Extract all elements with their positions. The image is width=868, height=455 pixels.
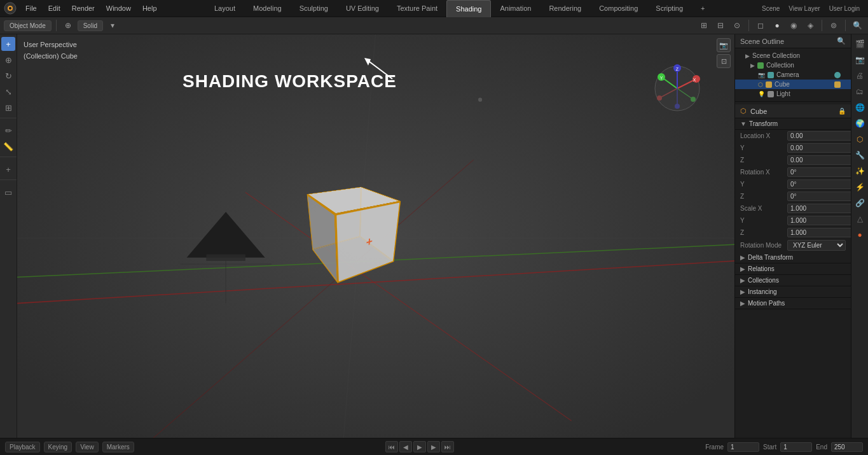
scale-y-label: Y [740,217,785,224]
rotation-y-input[interactable] [787,179,851,189]
tab-animation[interactable]: Animation [491,0,540,17]
gizmo-icon[interactable]: ⊟ [713,18,727,32]
3d-viewport[interactable]: + User Perspective (Collection) Cube SHA… [17,34,734,438]
measure-tool[interactable]: 📏 [1,139,15,153]
world-tab[interactable]: 🌍 [853,116,867,130]
scale-x-input[interactable] [787,204,851,213]
select-box-tool[interactable]: ▭ [1,185,15,199]
rotation-mode-select[interactable]: XYZ Euler [787,240,846,251]
proportional-edit-icon[interactable]: ⊚ [827,18,841,32]
start-frame-input[interactable] [780,442,812,452]
transform-group[interactable]: ▼ Transform [735,118,851,130]
jump-start-btn[interactable]: ⏮ [385,441,398,452]
menu-edit[interactable]: Edit [43,3,65,14]
move-tool[interactable]: ⊕ [1,53,15,67]
viewport-shading-btn[interactable]: Solid [78,20,103,31]
user-login[interactable]: User Login [826,4,863,13]
outline-item-collection[interactable]: ▶ Collection [735,60,851,70]
object-tab[interactable]: ⬡ [853,132,867,146]
svg-point-32 [691,97,696,102]
markers-btn[interactable]: Markers [102,442,134,452]
menu-render[interactable]: Render [67,3,100,14]
navigation-gizmo[interactable]: X Y Z [652,63,703,114]
tab-rendering[interactable]: Rendering [540,0,590,17]
instancing-group[interactable]: ▶ Instancing [735,286,851,298]
view-btn[interactable]: View [76,442,99,452]
jump-end-btn[interactable]: ⏭ [441,441,454,452]
relations-group[interactable]: ▶ Relations [735,263,851,275]
delta-transform-group[interactable]: ▶ Delta Transform [735,252,851,263]
scene-selector[interactable]: Scene [759,4,783,13]
scale-y-input[interactable] [787,216,851,225]
shading-wire-icon[interactable]: ◻ [754,18,768,32]
constraints-tab[interactable]: 🔗 [853,196,867,210]
outline-item-light[interactable]: 💡 Light [735,89,851,99]
location-z-input[interactable] [787,155,851,165]
rotation-z-input[interactable] [787,192,851,201]
physics-tab[interactable]: ⚡ [853,180,867,194]
tab-add[interactable]: + [692,0,713,17]
scale-tool[interactable]: ⤡ [1,85,15,99]
scene-tab[interactable]: 🌐 [853,101,867,115]
zoom-icon-btn[interactable]: ⊡ [717,54,731,68]
frame-start-btn[interactable]: Playback [5,442,40,452]
location-x-input[interactable] [787,131,851,141]
data-tab[interactable]: △ [853,212,867,226]
scale-z-input[interactable] [787,228,851,237]
render-properties-tab[interactable]: 📷 [853,53,867,67]
playback-controls: ⏮ ◀ ▶ ▶ ⏭ [385,441,454,452]
scene-properties-tab[interactable]: 🎬 [853,37,867,51]
view-layer-tab[interactable]: 🗂 [853,85,867,99]
location-y-input[interactable] [787,143,851,153]
view-options-icon[interactable]: ▾ [106,18,120,32]
rotate-tool[interactable]: ↻ [1,69,15,83]
end-frame-input[interactable] [831,442,863,452]
scene-outline-search-icon[interactable]: 🔍 [837,37,846,45]
prev-frame-btn[interactable]: ◀ [399,441,412,452]
scene-outline-header: Scene Outline 🔍 [735,34,851,48]
play-btn[interactable]: ▶ [413,441,426,452]
camera-icon-btn[interactable]: 📷 [717,38,731,52]
tab-sculpting[interactable]: Sculpting [291,0,337,17]
tab-compositing[interactable]: Compositing [590,0,647,17]
shading-solid-icon[interactable]: ● [770,18,784,32]
object-mode-btn[interactable]: Object Mode [4,20,52,31]
menu-file[interactable]: File [20,3,42,14]
keying-btn[interactable]: Keying [44,442,72,452]
instancing-label: Instancing [748,288,777,295]
cursor-tool[interactable]: + [1,37,15,51]
modifier-tab[interactable]: 🔧 [853,148,867,162]
right-icon-tabs: 🎬 📷 🖨 🗂 🌐 🌍 ⬡ 🔧 ✨ ⚡ 🔗 △ ● [851,34,868,438]
tab-scripting[interactable]: Scripting [647,0,692,17]
scale-y-row: Y [735,214,851,227]
motion-paths-group[interactable]: ▶ Motion Paths [735,298,851,309]
shading-render-icon[interactable]: ◈ [803,18,817,32]
overlay-icon[interactable]: ⊞ [697,18,711,32]
annotate-tool[interactable]: ✏ [1,123,15,137]
view-layer-selector[interactable]: View Layer [785,4,823,13]
tab-modeling[interactable]: Modeling [244,0,291,17]
search-icon[interactable]: 🔍 [850,18,864,32]
tab-layout[interactable]: Layout [205,0,244,17]
outline-item-camera[interactable]: 📷 Camera [735,70,851,80]
tab-shading[interactable]: Shading [446,0,491,17]
add-object-tool[interactable]: + [1,162,15,176]
particles-tab[interactable]: ✨ [853,164,867,178]
outline-item-scene-collection[interactable]: ▶ Scene Collection [735,51,851,60]
transform-tool[interactable]: ⊞ [1,101,15,115]
output-properties-tab[interactable]: 🖨 [853,69,867,83]
rotation-x-input[interactable] [787,167,851,177]
next-frame-btn[interactable]: ▶ [427,441,440,452]
tab-texture-paint[interactable]: Texture Paint [388,0,446,17]
current-frame-input[interactable] [727,442,759,452]
snap-icon[interactable]: ⊙ [730,18,744,32]
material-tab[interactable]: ● [853,228,867,242]
end-frame-label: End [816,444,827,451]
menu-window[interactable]: Window [101,3,136,14]
shading-material-icon[interactable]: ◉ [787,18,801,32]
outline-item-cube[interactable]: ⬡ Cube [735,80,851,89]
collections-group[interactable]: ▶ Collections [735,275,851,286]
tab-uv-editing[interactable]: UV Editing [337,0,388,17]
global-transform-icon[interactable]: ⊕ [61,18,75,32]
menu-help[interactable]: Help [137,3,162,14]
